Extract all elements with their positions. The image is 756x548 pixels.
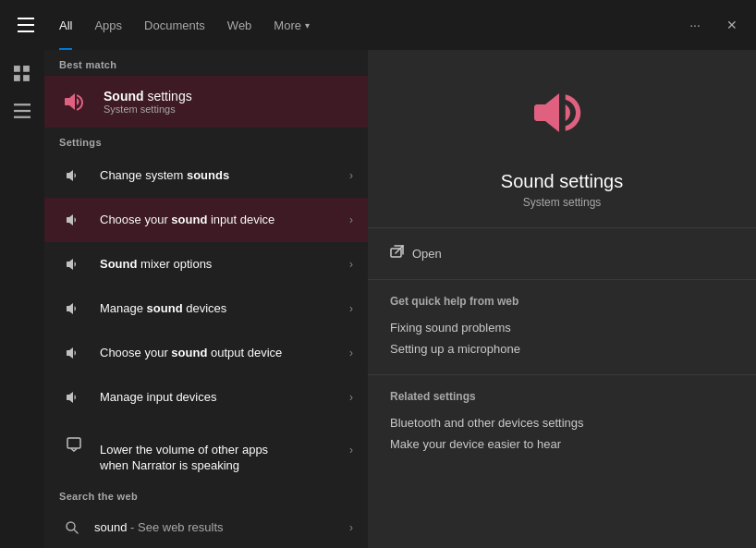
tab-web[interactable]: Web	[216, 0, 263, 50]
chevron-right-icon-7: ›	[349, 444, 353, 457]
detail-sound-icon	[529, 79, 595, 160]
chevron-right-icon-6: ›	[349, 391, 353, 404]
result-choose-output-device[interactable]: Choose your sound output device ›	[44, 331, 368, 375]
results-panel: Best match Sound settings System setting…	[44, 50, 368, 548]
search-window: All Apps Documents Web More ▾ ··· ✕	[0, 0, 756, 548]
result-lower-volume-narrator[interactable]: Lower the volume of other apps when Narr…	[44, 420, 368, 481]
result-change-system-sounds[interactable]: Change system sounds ›	[44, 153, 368, 198]
close-button[interactable]: ✕	[715, 8, 749, 42]
svg-rect-2	[14, 75, 20, 81]
result-text-6: Manage input devices	[100, 390, 349, 406]
result-sound-mixer[interactable]: Sound mixer options ›	[44, 242, 368, 286]
result-title-7: Lower the volume of other apps when Narr…	[100, 427, 349, 474]
search-web-icon	[59, 515, 85, 541]
detail-panel: Sound settings System settings Open	[368, 50, 756, 548]
sound-icon-5	[59, 338, 89, 368]
result-title-4: Manage sound devices	[100, 301, 349, 317]
chevron-right-icon-4: ›	[349, 302, 353, 315]
result-title-1: Change system sounds	[100, 168, 349, 184]
search-web-item[interactable]: sound - See web results ›	[44, 507, 368, 548]
detail-actions: Open	[368, 228, 756, 280]
result-manage-input-devices[interactable]: Manage input devices ›	[44, 375, 368, 420]
main-content: Best match Sound settings System setting…	[0, 50, 756, 548]
chevron-down-icon: ▾	[305, 20, 310, 30]
result-manage-sound-devices[interactable]: Manage sound devices ›	[44, 286, 368, 331]
best-match-item[interactable]: Sound settings System settings	[44, 76, 368, 128]
open-button[interactable]: Open	[390, 239, 734, 268]
result-text-1: Change system sounds	[100, 168, 349, 184]
svg-rect-6	[14, 116, 30, 118]
tab-apps[interactable]: Apps	[83, 0, 133, 50]
svg-rect-4	[14, 104, 30, 105]
chevron-right-icon-1: ›	[349, 169, 353, 182]
svg-rect-0	[14, 66, 20, 72]
chevron-right-icon-5: ›	[349, 347, 353, 359]
svg-rect-3	[23, 75, 30, 81]
tab-bar: All Apps Documents Web More ▾	[48, 0, 678, 50]
result-choose-input-device[interactable]: Choose your sound input device ›	[44, 198, 368, 242]
sound-icon-1	[59, 161, 89, 190]
dots-icon: ···	[689, 18, 701, 32]
open-label: Open	[412, 247, 442, 261]
sound-icon-6	[59, 383, 89, 412]
tab-documents[interactable]: Documents	[133, 0, 216, 50]
sound-settings-icon	[59, 85, 92, 118]
tab-all[interactable]: All	[48, 0, 83, 50]
top-bar: All Apps Documents Web More ▾ ··· ✕	[0, 0, 756, 50]
sidebar-list-icon[interactable]	[6, 94, 39, 128]
top-bar-actions: ··· ✕	[678, 8, 749, 42]
hamburger-button[interactable]	[7, 6, 44, 43]
fixing-sound-link[interactable]: Fixing sound problems	[390, 317, 734, 338]
grid-svg	[14, 66, 30, 82]
result-title-2: Choose your sound input device	[100, 213, 349, 228]
svg-rect-7	[67, 438, 80, 448]
setting-up-microphone-link[interactable]: Setting up a microphone	[390, 338, 734, 359]
tab-more[interactable]: More ▾	[262, 0, 321, 50]
sound-icon-2	[59, 205, 89, 235]
related-settings-title: Related settings	[390, 390, 734, 403]
detail-header: Sound settings System settings	[368, 50, 756, 228]
open-icon	[390, 245, 405, 262]
see-results-text: -	[130, 520, 138, 534]
detail-subtitle: System settings	[523, 196, 602, 209]
result-text-4: Manage sound devices	[100, 301, 349, 317]
related-settings-section: Related settings Bluetooth and other dev…	[368, 375, 756, 469]
svg-rect-1	[23, 66, 30, 72]
best-match-label: Best match	[44, 50, 368, 76]
result-title-5: Choose your sound output device	[100, 346, 349, 361]
settings-section-label: Settings	[44, 128, 368, 153]
best-match-text: Sound settings System settings	[104, 89, 353, 115]
svg-rect-5	[14, 110, 30, 112]
more-options-button[interactable]: ···	[678, 8, 712, 42]
quick-help-section: Get quick help from web Fixing sound pro…	[368, 280, 756, 375]
sound-icon-3	[59, 250, 89, 279]
easier-to-hear-link[interactable]: Make your device easier to hear	[390, 433, 734, 455]
best-match-title: Sound settings	[104, 89, 353, 104]
result-text-7: Lower the volume of other apps when Narr…	[100, 427, 349, 474]
detail-title: Sound settings	[501, 171, 623, 192]
search-query: sound	[94, 520, 127, 534]
see-web-results-text: See web results	[138, 520, 224, 534]
sidebar	[0, 50, 44, 548]
result-text-2: Choose your sound input device	[100, 213, 349, 228]
result-title-6: Manage input devices	[100, 390, 349, 406]
list-svg	[14, 103, 30, 119]
result-title-3: Sound mixer options	[100, 257, 349, 273]
quick-help-title: Get quick help from web	[390, 295, 734, 308]
result-text-5: Choose your sound output device	[100, 346, 349, 361]
chevron-right-icon-3: ›	[349, 258, 353, 271]
close-icon: ✕	[726, 18, 738, 32]
search-web-label: Search the web	[44, 481, 368, 507]
narrator-icon	[59, 429, 89, 458]
sidebar-grid-icon[interactable]	[6, 57, 39, 91]
search-web-text: sound - See web results	[94, 520, 349, 534]
result-text-3: Sound mixer options	[100, 257, 349, 273]
sound-icon-4	[59, 294, 89, 323]
chevron-right-icon-web: ›	[349, 521, 353, 534]
bluetooth-devices-link[interactable]: Bluetooth and other devices settings	[390, 412, 734, 433]
best-match-subtitle: System settings	[104, 104, 353, 115]
chevron-right-icon-2: ›	[349, 213, 353, 226]
